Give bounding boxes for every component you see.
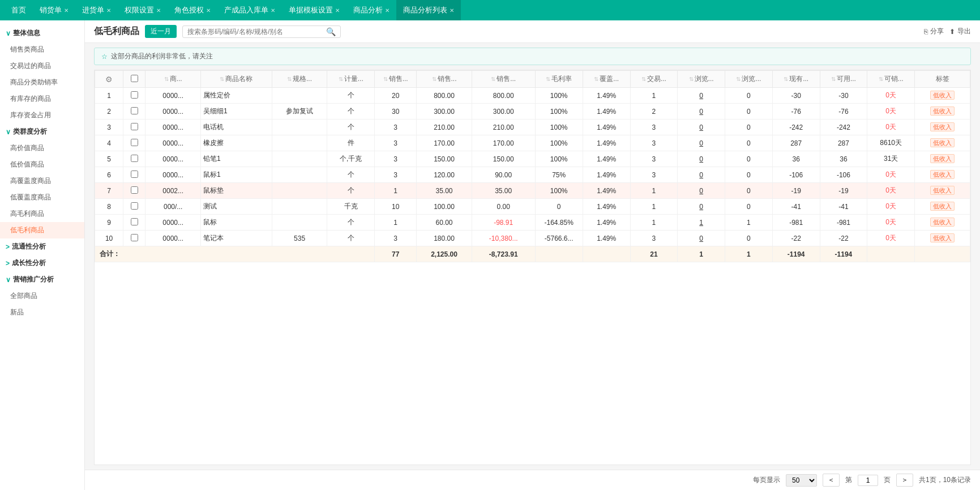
next-page-button[interactable]: ＞ xyxy=(896,474,913,487)
sidebar-item-all-goods[interactable]: 全部商品 xyxy=(0,288,84,304)
browse1-link[interactable]: 0 xyxy=(699,123,703,131)
row-checkbox[interactable] xyxy=(123,151,145,167)
row-checkbox[interactable] xyxy=(123,215,145,231)
col-header-tag[interactable]: 标签 xyxy=(915,71,970,88)
nav-product-analysis[interactable]: 商品分析✕ xyxy=(346,0,396,20)
col-header-cover[interactable]: ⇅覆盖... xyxy=(583,71,630,88)
sidebar-group-growth[interactable]: > 成长性分析 xyxy=(0,255,84,271)
col-header-cur[interactable]: ⇅现有... xyxy=(772,71,820,88)
nav-template-close[interactable]: ✕ xyxy=(335,7,340,14)
sidebar-item-stock-goods[interactable]: 有库存的商品 xyxy=(0,91,84,107)
sidebar-group-cluster[interactable]: ∨ 类群度分析 xyxy=(0,123,84,140)
col-header-settings[interactable]: ⚙ xyxy=(95,71,123,88)
col-header-sale-amt[interactable]: ⇅销售... xyxy=(472,71,535,88)
browse1-link[interactable]: 0 xyxy=(699,187,703,195)
browse1-link[interactable]: 0 xyxy=(699,108,703,116)
sidebar-group-circulation[interactable]: > 流通性分析 xyxy=(0,238,84,255)
row-name: 属性定价 xyxy=(201,88,272,104)
sidebar-item-sales-goods[interactable]: 销售类商品 xyxy=(0,41,84,58)
row-checkbox[interactable] xyxy=(123,135,145,151)
share-button[interactable]: ⎘ 分享 xyxy=(924,27,944,36)
nav-analysis-list-close[interactable]: ✕ xyxy=(450,7,454,14)
nav-product-entry[interactable]: 产成品入库单✕ xyxy=(217,0,282,20)
sidebar-item-traded-goods[interactable]: 交易过的商品 xyxy=(0,58,84,74)
nav-permissions[interactable]: 权限设置✕ xyxy=(118,0,168,20)
time-filter-button[interactable]: 近一月 xyxy=(145,25,177,38)
nav-analysis-list[interactable]: 商品分析列表✕ xyxy=(396,0,461,20)
col-header-avail[interactable]: ⇅可用... xyxy=(820,71,867,88)
col-header-checkbox[interactable] xyxy=(123,71,145,88)
row-checkbox[interactable] xyxy=(123,167,145,183)
row-checkbox[interactable] xyxy=(123,120,145,135)
sidebar-group-marketing[interactable]: ∨ 营销推广分析 xyxy=(0,271,84,288)
browse1-link[interactable]: 0 xyxy=(699,203,703,211)
row-trans: 1 xyxy=(630,199,678,215)
col-label-tag: 标签 xyxy=(936,74,949,84)
row-checkbox[interactable] xyxy=(123,88,145,104)
row-checkbox[interactable] xyxy=(123,231,145,246)
tag-badge: 低收入 xyxy=(930,170,955,179)
nav-permissions-close[interactable]: ✕ xyxy=(156,7,161,14)
sidebar-item-new-goods[interactable]: 新品 xyxy=(0,304,84,321)
sidebar-item-high-value[interactable]: 高价值商品 xyxy=(0,140,84,156)
browse1-link[interactable]: 1 xyxy=(699,219,703,227)
browse1-link[interactable]: 0 xyxy=(699,139,703,147)
tag-badge: 低收入 xyxy=(930,218,955,227)
col-header-browse1[interactable]: ⇅浏览... xyxy=(678,71,725,88)
nav-role-auth-close[interactable]: ✕ xyxy=(206,7,211,14)
nav-product-analysis-close[interactable]: ✕ xyxy=(385,7,390,14)
page-size-select[interactable]: 50 10 20 100 xyxy=(786,474,817,487)
sidebar-item-low-gross[interactable]: 低毛利商品 xyxy=(0,222,84,238)
col-header-salable[interactable]: ⇅可销... xyxy=(867,71,915,88)
browse1-link[interactable]: 0 xyxy=(699,235,703,242)
row-avail: -106 xyxy=(820,167,867,183)
row-qty: 30 xyxy=(375,104,417,120)
nav-template-settings[interactable]: 单据模板设置✕ xyxy=(282,0,346,20)
row-salable: 0天 xyxy=(867,183,915,199)
row-cur: -106 xyxy=(772,167,820,183)
nav-home[interactable]: 首页 xyxy=(5,0,33,20)
nav-role-auth[interactable]: 角色授权✕ xyxy=(168,0,217,20)
row-checkbox[interactable] xyxy=(123,199,145,215)
nav-product-entry-close[interactable]: ✕ xyxy=(271,7,275,14)
sidebar-group-overall[interactable]: ∨ 整体信息 xyxy=(0,25,84,41)
select-all-checkbox[interactable] xyxy=(131,75,138,82)
nav-sales[interactable]: 销货单✕ xyxy=(33,0,75,20)
sidebar-item-high-coverage[interactable]: 高覆盖度商品 xyxy=(0,173,84,189)
col-header-code[interactable]: ⇅商... xyxy=(145,71,201,88)
col-header-qty[interactable]: ⇅销售... xyxy=(375,71,417,88)
sidebar-item-low-coverage[interactable]: 低覆盖度商品 xyxy=(0,189,84,206)
row-cur: -242 xyxy=(772,120,820,135)
sidebar-item-low-value[interactable]: 低价值商品 xyxy=(0,156,84,173)
row-code: 0002... xyxy=(145,183,201,199)
col-header-browse2[interactable]: ⇅浏览... xyxy=(725,71,773,88)
prev-page-button[interactable]: ＜ xyxy=(823,474,840,487)
col-header-gross[interactable]: ⇅毛利率 xyxy=(535,71,583,88)
nav-sales-close[interactable]: ✕ xyxy=(64,7,69,14)
browse1-link[interactable]: 0 xyxy=(699,171,703,179)
nav-purchase[interactable]: 进货单✕ xyxy=(75,0,118,20)
row-price: 60.00 xyxy=(417,215,472,231)
row-checkbox[interactable] xyxy=(123,104,145,120)
col-header-spec[interactable]: ⇅规格... xyxy=(272,71,327,88)
sidebar-item-category-assist[interactable]: 商品分类助销率 xyxy=(0,74,84,91)
search-input[interactable] xyxy=(187,28,326,36)
sidebar-item-inventory-capital[interactable]: 库存资金占用 xyxy=(0,107,84,123)
export-button[interactable]: ⬆ 导出 xyxy=(949,27,971,36)
row-spec xyxy=(272,135,327,151)
browse1-link[interactable]: 0 xyxy=(699,155,703,163)
row-avail: 287 xyxy=(820,135,867,151)
settings-icon[interactable]: ⚙ xyxy=(105,75,113,84)
col-header-trans[interactable]: ⇅交易... xyxy=(630,71,678,88)
data-table: ⚙ ⇅商... ⇅商品名称 ⇅规格... xyxy=(95,70,970,262)
page-number-input[interactable] xyxy=(858,475,878,486)
row-checkbox[interactable] xyxy=(123,183,145,199)
browse1-link[interactable]: 0 xyxy=(699,92,703,100)
sidebar-item-high-gross[interactable]: 高毛利商品 xyxy=(0,206,84,222)
row-avail: -19 xyxy=(820,183,867,199)
col-header-name[interactable]: ⇅商品名称 xyxy=(201,71,272,88)
col-label-avail: 可用... xyxy=(837,74,856,84)
col-header-price[interactable]: ⇅销售... xyxy=(417,71,472,88)
nav-purchase-close[interactable]: ✕ xyxy=(106,7,111,14)
col-header-unit[interactable]: ⇅计量... xyxy=(327,71,375,88)
